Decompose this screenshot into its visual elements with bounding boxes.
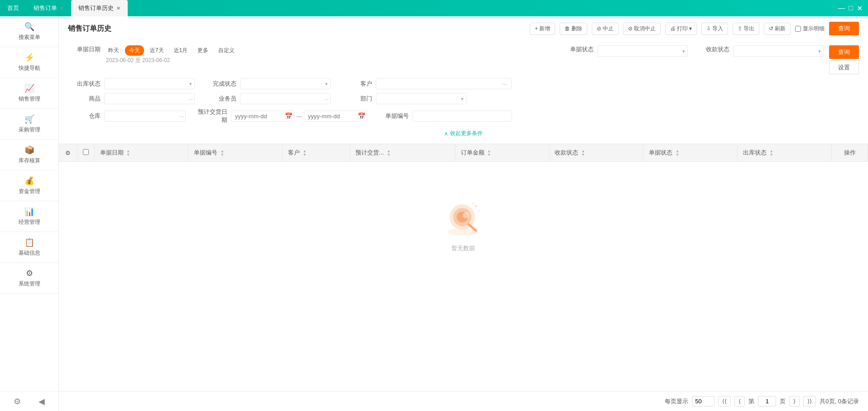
- next-page-button[interactable]: ⟩: [789, 396, 800, 406]
- calendar-start-icon[interactable]: 📅: [285, 112, 293, 120]
- sidebar-item-search[interactable]: 🔍 搜索菜单: [0, 16, 58, 47]
- calendar-end-icon[interactable]: 📅: [358, 112, 365, 120]
- import-button[interactable]: ⇩ 导入: [701, 23, 728, 35]
- th-amount[interactable]: 订单金额 ▲▼: [455, 144, 549, 162]
- sidebar-item-management[interactable]: 📊 经营管理: [0, 201, 58, 232]
- sidebar-item-basic-info[interactable]: 📋 基础信息: [0, 232, 58, 263]
- minimize-icon[interactable]: —: [838, 4, 845, 12]
- tab-sales-order-close[interactable]: ✕: [60, 5, 64, 11]
- date-chip-today[interactable]: 今天: [125, 45, 144, 56]
- date-chip-custom[interactable]: 自定义: [214, 45, 239, 56]
- content: 销售订单历史 + 新增 🗑 删除 ⊘ 中止 ⊘: [59, 16, 868, 411]
- delete-icon: 🗑: [565, 25, 570, 32]
- th-customer[interactable]: 客户 ▲▼: [283, 144, 350, 162]
- complete-status-label: 完成状态: [204, 80, 240, 88]
- query-button[interactable]: 查询: [829, 22, 859, 35]
- dept-select[interactable]: [376, 93, 466, 104]
- th-bill-no[interactable]: 单据编号 ▲▼: [188, 144, 283, 162]
- filter-row-1: 单据日期 昨天 今天 近7天 近1月 更多 自定义 2023-06-02 至 2…: [68, 45, 859, 74]
- th-delivery[interactable]: 预计交货... ▲▼: [350, 144, 455, 162]
- th-bill-status[interactable]: 单据状态 ▲▼: [643, 144, 738, 162]
- salesman-field: ···: [240, 93, 331, 104]
- warehouse-input[interactable]: [104, 111, 186, 122]
- customer-dots[interactable]: ···: [499, 79, 510, 88]
- svg-point-6: [475, 205, 477, 208]
- sidebar-item-inventory-label: 库存核算: [19, 157, 40, 164]
- th-gear[interactable]: ⚙: [59, 144, 77, 162]
- top-bar-actions: — □ ✕: [832, 4, 868, 13]
- svg-point-8: [472, 203, 474, 204]
- warehouse-dots[interactable]: ···: [179, 113, 184, 120]
- display-toggle[interactable]: 显示明细: [795, 25, 825, 33]
- close-icon[interactable]: ✕: [857, 4, 863, 13]
- goods-input[interactable]: [104, 93, 195, 104]
- th-date[interactable]: 单据日期 ▲▼: [94, 144, 188, 162]
- cancel-stop-icon: ⊘: [628, 25, 633, 32]
- search-icon: 🔍: [24, 22, 34, 32]
- query-btn-side[interactable]: 查询: [829, 45, 859, 59]
- customer-label: 客户: [340, 80, 376, 88]
- date-chip-yesterday[interactable]: 昨天: [104, 45, 123, 56]
- svg-point-7: [478, 210, 480, 212]
- th-check[interactable]: [77, 144, 94, 162]
- bill-no-input[interactable]: [412, 111, 512, 122]
- sidebar-item-quick-nav[interactable]: ⚡ 快捷导航: [0, 47, 58, 78]
- sort-amount-icon: ▲▼: [487, 150, 491, 157]
- last-page-button[interactable]: ⟩⟩: [803, 396, 816, 406]
- page-title: 销售订单历史: [68, 24, 111, 34]
- date-chip-more[interactable]: 更多: [193, 45, 212, 56]
- select-all-checkbox[interactable]: [83, 149, 89, 155]
- delete-button[interactable]: 🗑 删除: [560, 23, 587, 35]
- complete-status-select[interactable]: [240, 78, 331, 89]
- sidebar-item-quick-nav-label: 快捷导航: [19, 64, 40, 72]
- tab-sales-order[interactable]: 销售订单 ✕: [26, 0, 71, 16]
- sidebar-item-inventory[interactable]: 📦 库存核算: [0, 140, 58, 170]
- date-chip-1month[interactable]: 近1月: [170, 45, 192, 56]
- payment-status-select[interactable]: [733, 45, 824, 57]
- cancel-stop-button[interactable]: ⊘ 取消中止: [623, 23, 661, 35]
- tab-sales-order-history[interactable]: 销售订单历史 ✕: [71, 0, 128, 16]
- date-separator: —: [296, 113, 302, 120]
- delete-label: 删除: [571, 25, 582, 33]
- sidebar-item-system[interactable]: ⚙ 系统管理: [0, 263, 58, 294]
- bill-status-select[interactable]: [597, 45, 688, 57]
- quick-nav-icon: ⚡: [24, 53, 34, 63]
- total-text: 共0页, 0条记录: [820, 397, 859, 406]
- customer-input[interactable]: [376, 78, 512, 89]
- sidebar-item-purchase[interactable]: 🛒 采购管理: [0, 109, 58, 140]
- collapse-row[interactable]: ∧ 收起更多条件: [68, 128, 859, 139]
- salesman-input[interactable]: [240, 93, 331, 104]
- sidebar-collapse-icon[interactable]: ◀: [38, 396, 45, 406]
- page-size-select[interactable]: 50 10 20 100: [692, 396, 715, 406]
- sort-outbound-icon: ▲▼: [770, 150, 773, 157]
- th-outbound-status[interactable]: 出库状态 ▲▼: [738, 144, 832, 162]
- display-toggle-checkbox[interactable]: [795, 26, 801, 32]
- print-button[interactable]: 🖨 打印 ▾: [665, 23, 697, 35]
- goods-dots[interactable]: ···: [188, 95, 193, 102]
- sidebar-item-finance-label: 资金管理: [19, 188, 40, 195]
- prev-page-button[interactable]: ⟨: [734, 396, 745, 406]
- outbound-status-select[interactable]: [104, 78, 195, 89]
- date-chips: 昨天 今天 近7天 近1月 更多 自定义: [104, 45, 239, 56]
- date-chip-7days[interactable]: 近7天: [146, 45, 168, 56]
- table-header-row: ⚙ 单据日期 ▲▼ 单据编号 ▲▼: [59, 144, 868, 162]
- maximize-icon[interactable]: □: [849, 4, 853, 12]
- page-input[interactable]: [758, 396, 776, 406]
- date-range-text: 2023-06-02 至 2023-06-02: [106, 57, 170, 64]
- set-btn[interactable]: 设置: [829, 61, 859, 74]
- new-button[interactable]: + 新增: [530, 23, 555, 35]
- refresh-button[interactable]: ↺ 刷新: [764, 23, 791, 35]
- stop-button[interactable]: ⊘ 中止: [592, 23, 619, 35]
- sidebar-item-finance[interactable]: 💰 资金管理: [0, 170, 58, 201]
- first-page-button[interactable]: ⟨⟨: [718, 396, 731, 406]
- sidebar-settings-icon[interactable]: ⚙: [14, 396, 21, 406]
- export-button[interactable]: ⇧ 导出: [733, 23, 759, 35]
- tab-sales-order-history-close[interactable]: ✕: [116, 5, 120, 11]
- salesman-dots[interactable]: ···: [324, 95, 329, 102]
- bill-no-label: 单据编号: [376, 112, 412, 120]
- sidebar-item-sales[interactable]: 📈 销售管理: [0, 78, 58, 109]
- th-payment-status[interactable]: 收款状态 ▲▼: [549, 144, 643, 162]
- empty-row: 暂无数据: [59, 162, 868, 289]
- tab-home[interactable]: 首页: [0, 0, 26, 16]
- sidebar: 🔍 搜索菜单 ⚡ 快捷导航 📈 销售管理 🛒 采购管理 📦 库存核算 💰 资金管…: [0, 16, 59, 411]
